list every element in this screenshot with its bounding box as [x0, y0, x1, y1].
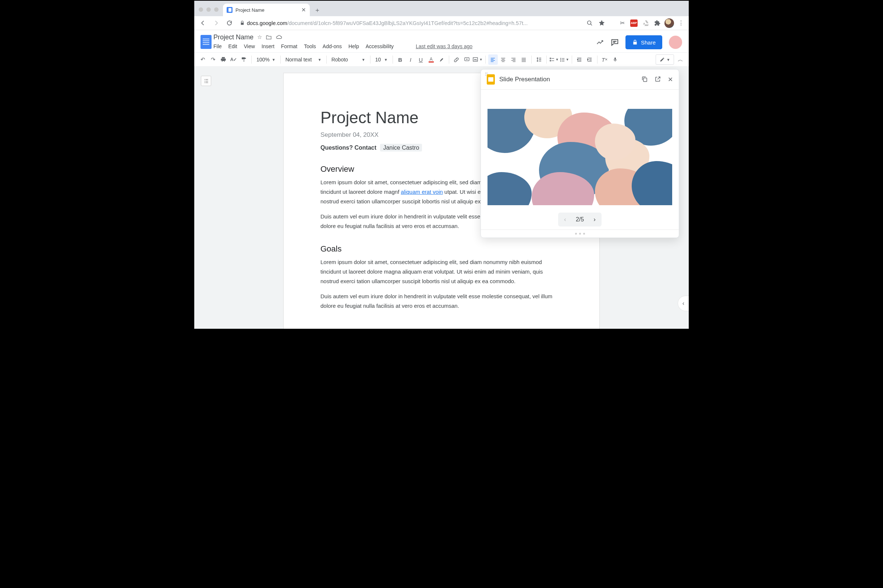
slide-page-indicator: 2/5 [572, 216, 587, 223]
svg-point-0 [587, 21, 591, 24]
paint-format-button[interactable] [239, 54, 249, 65]
indent-decrease-button[interactable] [575, 54, 584, 65]
font-size-select[interactable]: 10▼ [373, 55, 390, 64]
align-justify-button[interactable] [519, 54, 529, 65]
align-left-button[interactable] [488, 54, 498, 65]
print-button[interactable] [219, 54, 228, 65]
document-title[interactable]: Project Name [213, 33, 254, 41]
voice-typing-icon[interactable] [610, 54, 620, 65]
menu-view[interactable]: View [244, 44, 255, 49]
maximize-window-dot[interactable] [214, 8, 219, 12]
activity-trend-icon[interactable] [596, 38, 604, 46]
browser-tab-active[interactable]: Project Name ✕ [223, 4, 310, 16]
paragraph-style-select[interactable]: Normal text▼ [283, 55, 324, 64]
star-document-icon[interactable]: ☆ [257, 34, 262, 40]
svg-rect-8 [643, 78, 647, 82]
extensions-puzzle-icon[interactable] [653, 18, 662, 28]
open-external-icon[interactable] [655, 76, 661, 84]
bold-button[interactable]: B [395, 54, 405, 65]
spellcheck-button[interactable]: A✓ [229, 54, 239, 65]
section-heading-goals: Goals [320, 244, 563, 254]
collapse-toolbar-button[interactable]: ︿ [676, 54, 685, 65]
menu-format[interactable]: Format [281, 44, 297, 49]
next-slide-button[interactable]: › [587, 213, 602, 226]
minimize-window-dot[interactable] [206, 8, 211, 12]
docs-header: Project Name ☆ File Edit View Insert For… [194, 30, 689, 52]
undo-button[interactable]: ↶ [198, 54, 207, 65]
zoom-select[interactable]: 100%▼ [254, 55, 278, 64]
highlight-color-button[interactable] [437, 54, 446, 65]
profile-avatar-icon[interactable] [664, 18, 674, 28]
svg-point-6 [560, 59, 562, 60]
menu-insert[interactable]: Insert [261, 44, 275, 49]
font-select[interactable]: Roboto▼ [329, 55, 368, 64]
redo-button[interactable]: ↷ [208, 54, 218, 65]
window-traffic-lights [199, 8, 219, 12]
close-tab-icon[interactable]: ✕ [301, 7, 306, 13]
scissors-extension-icon[interactable]: ✂︎ [617, 18, 627, 28]
show-outline-button[interactable] [201, 76, 211, 86]
insert-image-button[interactable]: ▼ [472, 54, 483, 65]
prev-slide-button[interactable]: ‹ [558, 213, 572, 226]
url-field[interactable]: docs.google.com/document/d/1olcn-5f897wu… [237, 18, 583, 28]
menu-file[interactable]: File [213, 44, 222, 49]
slide-thumbnail[interactable] [488, 109, 672, 205]
new-tab-button[interactable]: ＋ [312, 5, 322, 15]
menu-help[interactable]: Help [348, 44, 359, 49]
italic-button[interactable]: I [406, 54, 415, 65]
reload-button[interactable] [224, 18, 235, 28]
comments-icon[interactable] [611, 38, 619, 46]
indent-increase-button[interactable] [585, 54, 595, 65]
browser-menu-icon[interactable]: ⋮ [676, 18, 686, 28]
line-spacing-button[interactable] [534, 54, 544, 65]
inline-link[interactable]: aliquam erat voin [401, 189, 443, 195]
slide-preview-panel: ⠿ Slide Presentation ✕ [481, 69, 679, 238]
contact-chip[interactable]: Janice Castro [380, 144, 422, 152]
checklist-button[interactable]: ▼ [549, 54, 559, 65]
menu-accessibility[interactable]: Accessibility [366, 44, 393, 49]
copy-icon[interactable] [641, 76, 648, 84]
editing-mode-button[interactable]: ▼ [656, 54, 674, 65]
align-center-button[interactable] [499, 54, 508, 65]
underline-button[interactable]: U [416, 54, 426, 65]
expand-side-panel-button[interactable]: ‹ [678, 296, 689, 311]
svg-rect-3 [550, 58, 551, 59]
zoom-icon[interactable] [585, 18, 595, 28]
docs-favicon [227, 7, 233, 13]
back-button[interactable] [197, 18, 208, 28]
share-button[interactable]: Share [625, 35, 662, 49]
close-window-dot[interactable] [199, 8, 203, 12]
share-button-label: Share [641, 39, 656, 46]
drive-extension-icon[interactable] [641, 18, 650, 28]
browser-tabstrip: Project Name ✕ ＋ [194, 0, 689, 16]
panel-title: Slide Presentation [499, 76, 550, 83]
last-edit-link[interactable]: Last edit was 3 days ago [416, 44, 472, 49]
move-folder-icon[interactable] [266, 34, 272, 40]
goals-p1: Lorem ipsum dolor sit amet, consectetuer… [320, 257, 563, 286]
panel-resize-handle[interactable] [481, 230, 679, 237]
account-avatar-icon[interactable] [669, 36, 682, 49]
url-host: docs.google.com [247, 20, 287, 26]
docs-logo-icon[interactable] [199, 32, 213, 51]
clear-formatting-button[interactable]: T✕ [600, 54, 610, 65]
docs-menu-bar: File Edit View Insert Format Tools Add-o… [213, 42, 596, 52]
menu-edit[interactable]: Edit [228, 44, 237, 49]
browser-address-bar: docs.google.com/document/d/1olcn-5f897wu… [194, 16, 689, 30]
menu-tools[interactable]: Tools [304, 44, 316, 49]
align-right-button[interactable] [509, 54, 518, 65]
forward-button[interactable] [210, 18, 221, 28]
goals-p2: Duis autem vel eum iriure dolor in hendr… [320, 292, 563, 311]
menu-addons[interactable]: Add-ons [323, 44, 342, 49]
svg-point-7 [560, 61, 562, 62]
cloud-status-icon[interactable] [276, 34, 282, 40]
bulleted-list-button[interactable]: ▼ [560, 54, 569, 65]
insert-link-button[interactable] [452, 54, 461, 65]
text-color-button[interactable]: A [426, 54, 436, 65]
abp-extension-icon[interactable]: ABP [629, 18, 639, 28]
svg-point-5 [560, 58, 562, 59]
insert-comment-button[interactable] [462, 54, 472, 65]
tab-title: Project Name [236, 8, 264, 13]
bookmark-star-icon[interactable] [597, 18, 606, 28]
svg-rect-4 [550, 60, 551, 61]
close-icon[interactable]: ✕ [668, 76, 673, 84]
